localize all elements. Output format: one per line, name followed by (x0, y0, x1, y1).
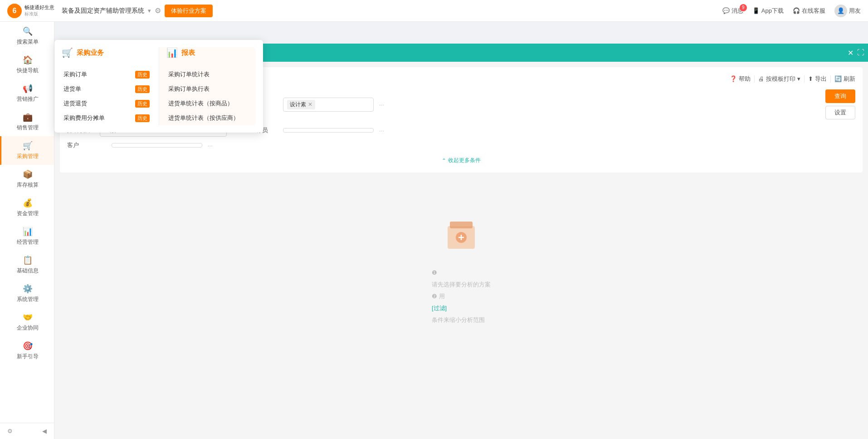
customer-more-btn[interactable]: ··· (208, 142, 213, 149)
sidebar: 🔍 搜索菜单 🏠 快捷导航 📢 营销推广 💼 销售管理 🛒 采购管理 📦 库存核… (0, 22, 54, 439)
hist-badge-1: 历史 (135, 71, 150, 79)
report-col-title: 报表 (181, 49, 195, 57)
guide-icon: 🎯 (23, 341, 33, 351)
dropdown-purchase-return[interactable]: 进货退货 历史 (62, 96, 151, 111)
sidebar-item-guide[interactable]: 🎯 新手引导 (0, 336, 54, 365)
settings-icon[interactable]: ⚙ (155, 6, 161, 15)
sidebar-item-marketing[interactable]: 📢 营销推广 (0, 79, 54, 108)
help-btn[interactable]: ❓ 帮助 (730, 75, 751, 83)
product-tag: 设计素 ✕ (287, 100, 315, 109)
message-icon: 💬 (722, 7, 730, 14)
product-more-btn[interactable]: ··· (379, 101, 384, 108)
help-icon: ❓ (730, 75, 737, 82)
logo-area: 6 畅捷通好生意 标准版 (7, 4, 62, 18)
divider1 (754, 75, 755, 83)
report-col: 📊 报表 采购订单统计表 采购订单执行表 进货单统计表（按商品） 进货单统计表（… (159, 47, 256, 125)
online-service-item[interactable]: 🎧 在线客服 (793, 7, 825, 15)
sidebar-label-quick-nav: 快捷导航 (17, 67, 39, 74)
sidebar-item-quick-nav[interactable]: 🏠 快捷导航 (0, 50, 54, 79)
product-tag-text: 设计素 (290, 101, 306, 109)
dropdown-report-4-label: 进货单统计表（按供应商） (168, 114, 239, 122)
avatar: 👤 (834, 5, 847, 17)
empty-line2: ❷ 用[过滤]条件来缩小分析范围 (432, 291, 491, 326)
refresh-icon: 🔄 (834, 75, 842, 82)
collapse-btn[interactable]: ⌃ 收起更多条件 (442, 157, 481, 164)
online-service-label: 在线客服 (802, 7, 825, 15)
headset-icon: 🎧 (793, 7, 800, 14)
sidebar-item-system[interactable]: ⚙️ 系统管理 (0, 279, 54, 308)
notification-badge: 9 (740, 4, 747, 11)
product-select[interactable]: 设计素 ✕ (283, 98, 374, 112)
notification-item[interactable]: 💬 消息 9 (722, 7, 743, 15)
sidebar-label-system: 系统管理 (17, 296, 39, 303)
app-download-label: App下载 (761, 7, 784, 15)
sidebar-item-operations[interactable]: 📊 经营管理 (0, 222, 54, 251)
export-label: 导出 (815, 75, 827, 83)
dropdown-purchase-receipt[interactable]: 进货单 历史 (62, 82, 151, 96)
purchase-col-title: 采购业务 (77, 49, 104, 57)
sidebar-item-enterprise[interactable]: 🤝 企业协同 (0, 308, 54, 336)
sidebar-label-guide: 新手引导 (17, 353, 39, 360)
query-btn[interactable]: 查询 (825, 89, 855, 103)
dropdown-report-4[interactable]: 进货单统计表（按供应商） (166, 111, 256, 125)
system-title: 装备及固定资产辅助管理系统 (62, 7, 144, 15)
customer-label: 客户 (67, 141, 94, 149)
help-label: 帮助 (739, 75, 751, 83)
home-icon: 🏠 (23, 55, 33, 65)
industry-btn[interactable]: 体验行业方案 (165, 5, 213, 17)
app-download-item[interactable]: 📱 App下载 (752, 7, 784, 15)
sidebar-item-inventory[interactable]: 📦 库存核算 (0, 165, 54, 193)
sidebar-item-purchase[interactable]: 🛒 采购管理 (0, 136, 54, 165)
print-template-btn[interactable]: 🖨 按模板打印 ▾ (758, 75, 800, 83)
salesperson-more-btn[interactable]: ··· (379, 127, 384, 134)
username-label: 用友 (849, 7, 861, 15)
empty-text: ❶ 请先选择要分析的方案 ❷ 用[过滤]条件来缩小分析范围 (432, 267, 491, 326)
print-dropdown-icon: ▾ (797, 75, 800, 82)
tab-maximize-icon[interactable]: ⛶ (857, 49, 864, 57)
dropdown-purchase-expense[interactable]: 采购费用分摊单 历史 (62, 111, 151, 125)
logo-badge: 标准版 (24, 11, 54, 17)
dropdown-report-3-label: 进货单统计表（按商品） (168, 99, 233, 108)
search-icon: 🔍 (23, 26, 33, 36)
basic-info-icon: 📋 (23, 255, 33, 265)
sidebar-settings-btn[interactable]: ⚙ (7, 428, 13, 434)
dropdown-report-3[interactable]: 进货单统计表（按商品） (166, 96, 256, 111)
report-col-icon: 📊 (166, 47, 178, 58)
purchase-col-icon: 🛒 (62, 47, 73, 58)
dropdown-report-2-label: 采购订单执行表 (168, 85, 210, 93)
dropdown-arrow-icon[interactable]: ▾ (148, 7, 151, 14)
hist-badge-3: 历史 (135, 100, 150, 108)
hist-badge-4: 历史 (135, 114, 150, 122)
sidebar-item-sales[interactable]: 💼 销售管理 (0, 108, 54, 136)
customer-select[interactable] (112, 143, 202, 148)
refresh-btn[interactable]: 🔄 刷新 (834, 75, 855, 83)
dropdown-purchase-order-label: 采购订单 (63, 70, 87, 79)
header-right: 💬 消息 9 📱 App下载 🎧 在线客服 👤 用友 (722, 5, 861, 17)
refresh-label: 刷新 (844, 75, 855, 83)
setting-btn[interactable]: 设置 (825, 106, 855, 119)
sidebar-bottom: ⚙ ◀ (0, 423, 54, 439)
purchase-col-header: 🛒 采购业务 (62, 47, 151, 62)
sidebar-item-finance[interactable]: 💰 资金管理 (0, 193, 54, 222)
finance-icon: 💰 (23, 198, 33, 208)
dropdown-purchase-order[interactable]: 采购订单 历史 (62, 67, 151, 82)
sidebar-collapse-btn[interactable]: ◀ (42, 428, 47, 434)
user-item[interactable]: 👤 用友 (834, 5, 861, 17)
dropdown-report-2[interactable]: 采购订单执行表 (166, 82, 256, 96)
dropdown-purchase-receipt-label: 进货单 (63, 85, 81, 93)
tab-close-window-icon[interactable]: ✕ (848, 49, 853, 57)
sidebar-label-search: 搜索菜单 (17, 38, 39, 46)
purchase-icon: 🛒 (23, 141, 33, 151)
sidebar-label-operations: 经营管理 (17, 238, 39, 246)
dropdown-report-1[interactable]: 采购订单统计表 (166, 67, 256, 82)
report-col-header: 📊 报表 (166, 47, 256, 62)
salesperson-select[interactable] (283, 128, 374, 133)
sidebar-item-search[interactable]: 🔍 搜索菜单 (0, 22, 54, 50)
export-btn[interactable]: ⬆ 导出 (808, 75, 827, 83)
operations-icon: 📊 (23, 227, 33, 237)
purchase-dropdown: 🛒 采购业务 采购订单 历史 进货单 历史 进货退货 历史 采购费用分摊单 历史… (54, 40, 263, 133)
svg-rect-1 (450, 222, 473, 228)
sidebar-item-basic-info[interactable]: 📋 基础信息 (0, 251, 54, 279)
dropdown-purchase-return-label: 进货退货 (63, 99, 87, 108)
product-tag-close[interactable]: ✕ (308, 101, 312, 108)
